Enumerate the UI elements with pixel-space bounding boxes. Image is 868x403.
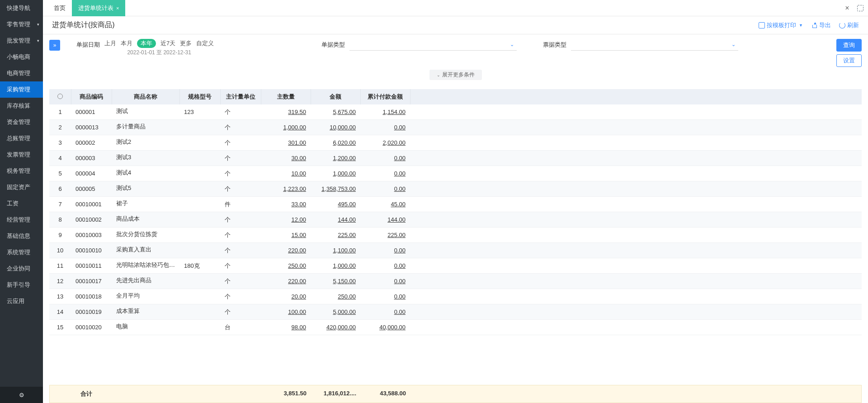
cell[interactable]: 10.00: [261, 166, 311, 181]
cell[interactable]: 0.00: [360, 258, 410, 274]
cell[interactable]: 225.00: [360, 228, 410, 243]
column-header[interactable]: 金额: [311, 89, 360, 104]
filter-type1-select[interactable]: ⌄: [349, 39, 517, 51]
sidebar-item-9[interactable]: 发票管理: [0, 147, 43, 163]
cell[interactable]: 2,020.00: [360, 135, 410, 151]
cell[interactable]: 1,200.00: [311, 151, 360, 166]
cell[interactable]: 40,000.00: [360, 320, 410, 335]
refresh-button[interactable]: 刷新: [839, 21, 859, 29]
table-row[interactable]: 1300010018全月平均个20.00250.000.00: [49, 289, 862, 304]
cell[interactable]: 1,154.00: [360, 104, 410, 120]
sidebar-item-17[interactable]: 新手引导: [0, 277, 43, 293]
cell[interactable]: 5,675.00: [311, 104, 360, 120]
table-row[interactable]: 700010001裙子件33.00495.0045.00: [49, 197, 862, 212]
cell[interactable]: 1,223.00: [261, 181, 311, 197]
cell[interactable]: 0.00: [360, 166, 410, 181]
sidebar-item-8[interactable]: 总账管理: [0, 130, 43, 147]
cell[interactable]: 1,358,753.00: [311, 181, 360, 197]
table-row[interactable]: 1000010010采购直入直出个220.001,100.000.00: [49, 243, 862, 258]
column-header[interactable]: 主计量单位: [220, 89, 261, 104]
sidebar-item-0[interactable]: 快捷导航: [0, 0, 43, 16]
cell[interactable]: 1,000.00: [261, 120, 311, 135]
cell[interactable]: 0.00: [360, 289, 410, 304]
settings-button[interactable]: 设置: [836, 54, 862, 67]
cell[interactable]: 0.00: [360, 243, 410, 258]
sidebar-item-6[interactable]: 库存核算: [0, 98, 43, 114]
table-row[interactable]: 1500010020电脑台98.00420,000.0040,000.00: [49, 320, 862, 335]
date-option[interactable]: 更多: [180, 39, 192, 47]
print-template-button[interactable]: 按模板打印 ▼: [759, 21, 803, 29]
query-button[interactable]: 查询: [836, 39, 862, 52]
export-button[interactable]: 导出: [811, 21, 831, 29]
column-header[interactable]: 规格型号: [179, 89, 220, 104]
cell[interactable]: 10,000.00: [311, 120, 360, 135]
sidebar-item-5[interactable]: 采购管理: [0, 81, 43, 98]
table-row[interactable]: 6000005测试5个1,223.001,358,753.000.00: [49, 181, 862, 197]
sidebar-settings-button[interactable]: ⚙: [0, 387, 43, 403]
collapse-filters-button[interactable]: »: [49, 40, 60, 51]
cell[interactable]: 0.00: [360, 120, 410, 135]
date-option[interactable]: 本月: [121, 39, 132, 47]
sidebar-item-14[interactable]: 基础信息: [0, 228, 43, 244]
sidebar-item-13[interactable]: 经营管理: [0, 212, 43, 228]
table-row[interactable]: 900010003批次分货位拣货个15.00225.00225.00: [49, 228, 862, 243]
sidebar-item-12[interactable]: 工资: [0, 195, 43, 212]
cell[interactable]: 12.00: [261, 212, 311, 228]
table-row[interactable]: 4000003测试3个30.001,200.000.00: [49, 151, 862, 166]
cell[interactable]: 220.00: [261, 243, 311, 258]
tab-1[interactable]: 进货单统计表×: [72, 0, 125, 16]
column-header[interactable]: 累计付款金额: [360, 89, 410, 104]
cell[interactable]: 220.00: [261, 274, 311, 289]
table-row[interactable]: 5000004测试4个10.001,000.000.00: [49, 166, 862, 181]
table-row[interactable]: 1000001测试123个319.505,675.001,154.00: [49, 104, 862, 120]
close-icon[interactable]: ×: [116, 0, 119, 16]
cell[interactable]: 144.00: [311, 212, 360, 228]
close-all-tabs-button[interactable]: ×: [843, 4, 852, 13]
cell[interactable]: 144.00: [360, 212, 410, 228]
sidebar-item-10[interactable]: 税务管理: [0, 163, 43, 179]
cell[interactable]: 225.00: [311, 228, 360, 243]
cell[interactable]: 1,000.00: [311, 258, 360, 274]
sidebar-item-2[interactable]: 批发管理▾: [0, 33, 43, 49]
tab-0[interactable]: 首页: [47, 0, 72, 16]
table-row[interactable]: 1100010011光明咕浓咕浓轻巧包莱...180克个250.001,000.…: [49, 258, 862, 274]
column-header[interactable]: 商品名称: [112, 89, 179, 104]
fullscreen-icon[interactable]: [857, 5, 863, 11]
cell[interactable]: 100.00: [261, 304, 311, 320]
sidebar-item-4[interactable]: 电商管理: [0, 65, 43, 81]
expand-more-filters-button[interactable]: ⌄ 展开更多条件: [429, 70, 482, 80]
sidebar-item-18[interactable]: 云应用: [0, 293, 43, 309]
cell[interactable]: 1,100.00: [311, 243, 360, 258]
date-option[interactable]: 上月: [104, 39, 116, 47]
cell[interactable]: 250.00: [261, 258, 311, 274]
date-option[interactable]: 本年: [137, 39, 156, 48]
cell[interactable]: 0.00: [360, 151, 410, 166]
cell[interactable]: 0.00: [360, 304, 410, 320]
cell[interactable]: 15.00: [261, 228, 311, 243]
cell[interactable]: 98.00: [261, 320, 311, 335]
cell[interactable]: 20.00: [261, 289, 311, 304]
cell[interactable]: 301.00: [261, 135, 311, 151]
table-row[interactable]: 1200010017先进先出商品个220.005,150.000.00: [49, 274, 862, 289]
cell[interactable]: 250.00: [311, 289, 360, 304]
sidebar-item-16[interactable]: 企业协同: [0, 261, 43, 277]
table-row[interactable]: 800010002商品成本个12.00144.00144.00: [49, 212, 862, 228]
date-option[interactable]: 近7天: [160, 39, 175, 47]
cell[interactable]: 6,020.00: [311, 135, 360, 151]
cell[interactable]: 5,150.00: [311, 274, 360, 289]
cell[interactable]: 33.00: [261, 197, 311, 212]
cell[interactable]: 319.50: [261, 104, 311, 120]
sidebar-item-1[interactable]: 零售管理▾: [0, 16, 43, 33]
date-option[interactable]: 自定义: [196, 39, 214, 47]
sidebar-item-3[interactable]: 小畅电商: [0, 49, 43, 65]
sidebar-item-7[interactable]: 资金管理: [0, 114, 43, 130]
table-row[interactable]: 1400010019成本重算个100.005,000.000.00: [49, 304, 862, 320]
table-row[interactable]: 20000013多计量商品个1,000.0010,000.000.00: [49, 120, 862, 135]
column-header[interactable]: 商品编码: [71, 89, 112, 104]
cell[interactable]: 420,000.00: [311, 320, 360, 335]
cell[interactable]: 5,000.00: [311, 304, 360, 320]
cell[interactable]: 0.00: [360, 274, 410, 289]
cell[interactable]: 45.00: [360, 197, 410, 212]
cell[interactable]: 495.00: [311, 197, 360, 212]
cell[interactable]: 0.00: [360, 181, 410, 197]
